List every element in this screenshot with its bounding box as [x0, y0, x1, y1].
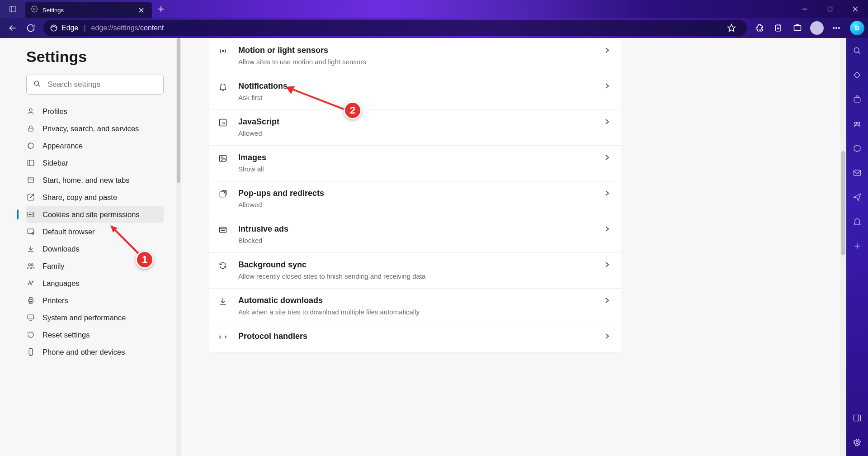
sync-icon — [218, 260, 228, 272]
svg-point-69 — [858, 122, 860, 124]
row-protocol-handlers[interactable]: Protocol handlers — [208, 324, 622, 352]
sidebar-icon — [26, 158, 35, 167]
nav-phone[interactable]: Phone and other devices — [26, 343, 164, 361]
back-button[interactable] — [4, 19, 22, 37]
nav-default-browser[interactable]: Default browser — [26, 223, 164, 240]
tools-icon[interactable] — [853, 95, 862, 106]
tab-actions-button[interactable] — [0, 0, 25, 18]
nav-appearance[interactable]: Appearance — [26, 137, 164, 154]
more-button[interactable] — [827, 19, 845, 37]
nav-reset[interactable]: Reset settings — [26, 326, 164, 343]
svg-rect-44 — [29, 297, 32, 299]
chevron-right-icon — [604, 46, 610, 55]
annotation-callout-1: 1 — [136, 251, 154, 269]
tab-close-button[interactable] — [136, 5, 146, 15]
games-icon[interactable] — [853, 119, 862, 130]
nav-system[interactable]: System and performance — [26, 309, 164, 326]
screenshot-button[interactable] — [788, 19, 807, 37]
sidebar-scrollbar[interactable] — [176, 38, 181, 456]
row-background-sync[interactable]: Background syncAllow recently closed sit… — [208, 253, 622, 289]
svg-rect-55 — [220, 155, 226, 161]
svg-point-20 — [833, 28, 835, 29]
nav-label: Sidebar — [42, 159, 68, 167]
svg-point-33 — [29, 214, 30, 215]
nav-label: Share, copy and paste — [42, 193, 117, 202]
nav-label: Reset settings — [42, 331, 90, 339]
nav-sidebar[interactable]: Sidebar — [26, 154, 164, 171]
new-tab-button[interactable] — [152, 0, 170, 18]
nav-label: Phone and other devices — [42, 348, 125, 356]
svg-point-56 — [221, 157, 222, 158]
home-icon — [26, 176, 35, 185]
svg-rect-28 — [28, 160, 34, 166]
site-identity[interactable]: Edge — [50, 24, 78, 32]
settings-search[interactable] — [26, 75, 164, 95]
refresh-button[interactable] — [22, 19, 40, 37]
chevron-right-icon — [604, 81, 610, 90]
svg-rect-45 — [29, 301, 32, 304]
svg-point-34 — [30, 214, 31, 215]
nav-label: Privacy, search, and services — [42, 124, 139, 133]
maximize-button[interactable] — [817, 0, 843, 18]
row-title: Notifications — [238, 81, 594, 91]
sidebar-settings-icon[interactable] — [853, 438, 862, 449]
row-subtitle: Allowed — [238, 129, 594, 137]
send-icon[interactable] — [853, 193, 862, 204]
shopping-icon[interactable] — [853, 71, 862, 81]
sensor-icon — [218, 46, 228, 57]
browser-icon — [26, 227, 35, 236]
close-window-button[interactable] — [843, 0, 868, 18]
chevron-right-icon — [604, 296, 610, 305]
profile-avatar[interactable] — [810, 21, 824, 35]
row-popups[interactable]: Pop-ups and redirectsAllowed — [208, 181, 622, 217]
row-automatic-downloads[interactable]: Automatic downloadsAsk when a site tries… — [208, 289, 622, 324]
row-title: Pop-ups and redirects — [238, 189, 594, 198]
svg-point-40 — [28, 264, 31, 266]
row-motion-sensors[interactable]: Motion or light sensorsAllow sites to us… — [208, 38, 622, 74]
nav-cookies[interactable]: Cookies and site permissions — [26, 206, 164, 223]
search-input[interactable] — [47, 80, 157, 89]
row-intrusive-ads[interactable]: Intrusive adsBlocked — [208, 217, 622, 253]
svg-rect-70 — [854, 170, 861, 176]
nav-printers[interactable]: Printers — [26, 292, 164, 309]
row-title: Automatic downloads — [238, 296, 594, 305]
printer-icon — [26, 296, 35, 305]
collections-button[interactable] — [769, 19, 788, 37]
url-text: edge://settings/content — [91, 24, 164, 32]
hide-sidebar-icon[interactable] — [853, 413, 862, 424]
nav-label: Appearance — [42, 142, 83, 150]
row-notifications[interactable]: NotificationsAsk first — [208, 74, 622, 110]
nav-share[interactable]: Share, copy and paste — [26, 189, 164, 206]
svg-text:JS: JS — [221, 121, 225, 125]
nav-privacy[interactable]: Privacy, search, and services — [26, 120, 164, 137]
content-scrollbar[interactable] — [840, 38, 846, 456]
nav-profiles[interactable]: Profiles — [26, 103, 164, 120]
window-controls — [792, 0, 868, 18]
settings-icon — [31, 5, 38, 14]
row-subtitle: Ask first — [238, 94, 594, 101]
svg-rect-19 — [794, 25, 801, 31]
favorite-button[interactable] — [722, 19, 741, 37]
nav-start[interactable]: Start, home, and new tabs — [26, 171, 164, 189]
extensions-button[interactable] — [750, 19, 769, 37]
minimize-button[interactable] — [792, 0, 817, 18]
js-icon: JS — [218, 117, 228, 129]
browser-tab[interactable]: Settings — [25, 2, 152, 18]
add-icon[interactable] — [853, 242, 862, 252]
permissions-panel: Motion or light sensorsAllow sites to us… — [208, 38, 622, 352]
row-javascript[interactable]: JS JavaScriptAllowed — [208, 110, 622, 146]
office-icon[interactable] — [853, 144, 862, 155]
share-icon — [26, 193, 35, 202]
search-icon[interactable] — [853, 46, 862, 57]
nav-label: Languages — [42, 279, 80, 288]
address-bar[interactable]: Edge | edge://settings/content — [43, 20, 747, 36]
svg-line-66 — [859, 52, 860, 54]
appearance-icon — [26, 141, 35, 150]
nav-languages[interactable]: Languages — [26, 275, 164, 292]
outlook-icon[interactable] — [853, 168, 862, 179]
bing-button[interactable]: b — [850, 21, 864, 35]
row-images[interactable]: ImagesShow all — [208, 146, 622, 181]
svg-rect-30 — [28, 177, 33, 183]
alert-icon[interactable] — [853, 217, 862, 228]
lock-icon — [26, 124, 35, 133]
